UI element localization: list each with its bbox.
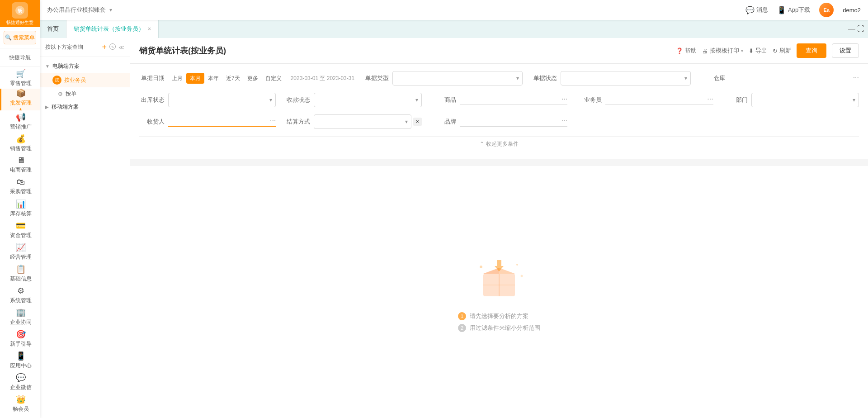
sidebar-item-marketing[interactable]: 📢 营销推广	[0, 110, 40, 132]
desktop-scheme-label[interactable]: ▼ 电脑端方案	[40, 60, 130, 73]
consignee-dots-button[interactable]: ···	[270, 117, 276, 124]
wechat-icon: 💬	[16, 373, 26, 383]
empty-state: 1 请先选择要分析的方案 2 用过滤条件来缩小分析范围	[130, 166, 868, 418]
sidebar-item-member[interactable]: 👑 畅会员	[0, 393, 40, 414]
brand-dots-button[interactable]: ···	[561, 117, 567, 124]
salesman-scheme-label: 按业务员	[64, 76, 86, 84]
consignee-input[interactable]	[168, 117, 270, 124]
newbie-icon: 🎯	[16, 329, 26, 339]
help-button[interactable]: ❓ 帮助	[676, 47, 697, 55]
tab-close-button[interactable]: ×	[148, 26, 151, 32]
collapse-filters-button[interactable]: ⌃ 收起更多条件	[480, 140, 518, 148]
edit-icon: ✎	[109, 43, 116, 50]
doc-type-select[interactable]	[392, 71, 523, 86]
doc-status-wrapper: ▾	[561, 71, 691, 86]
sidebar: 畅 畅捷通好生意 🔍 搜索菜单 快捷导航 🛒 零售管理 📦 批发管理 ▲ 📢 营…	[0, 0, 40, 418]
settings-button[interactable]: 设置	[832, 43, 859, 58]
brand-input[interactable]	[460, 117, 561, 124]
filter-goods: 商品 ···	[431, 95, 567, 105]
pay-status-label: 收款状态	[285, 96, 310, 104]
sidebar-item-finance[interactable]: 💳 资金管理	[0, 219, 40, 241]
top-header: 办公用品行业模拟账套 ▾ 💬 消息 📱 App下载 Ea demo2	[40, 0, 868, 20]
ecommerce-icon: 🖥	[17, 156, 25, 165]
sidebar-item-label: 基础信息	[10, 275, 32, 283]
appstore-icon: 📱	[16, 351, 26, 361]
salesman-scheme-item[interactable]: 按 按业务员	[40, 73, 130, 87]
search-icon: 🔍	[5, 34, 12, 41]
export-button[interactable]: ⬇ 导出	[749, 47, 767, 55]
tab-sales-stat[interactable]: 销货单统计表（按业务员） ×	[66, 20, 159, 38]
sidebar-item-appstore[interactable]: 📱 应用中心	[0, 349, 40, 371]
pay-status-select[interactable]	[314, 93, 421, 107]
query-button[interactable]: 查询	[797, 43, 826, 58]
sidebar-item-operations[interactable]: 📈 经营管理	[0, 241, 40, 262]
settlement-clear-button[interactable]: ×	[413, 118, 422, 126]
sidebar-item-system[interactable]: ⚙ 系统管理	[0, 284, 40, 306]
consignee-label: 收货人	[139, 118, 165, 126]
sidebar-item-label: 营销推广	[10, 123, 32, 131]
tab-minimize-button[interactable]: —	[848, 25, 855, 33]
dept-select[interactable]	[751, 93, 859, 107]
sidebar-item-wholesale[interactable]: 📦 批发管理 ▲	[0, 89, 40, 110]
add-scheme-button[interactable]: +	[102, 43, 107, 52]
sidebar-item-sales[interactable]: 💰 销售管理	[0, 132, 40, 154]
warehouse-input[interactable]	[729, 74, 853, 81]
sidebar-logo[interactable]: 畅 畅捷通好生意	[0, 0, 40, 27]
empty-step-1: 1 请先选择要分析的方案	[458, 312, 540, 320]
doc-status-select[interactable]	[561, 71, 691, 86]
search-menu-button[interactable]: 🔍 搜索菜单	[4, 31, 36, 44]
basic-icon: 📋	[16, 264, 26, 274]
dept-label: 部门	[722, 96, 748, 104]
date-more[interactable]: 更多	[244, 73, 262, 84]
salesman-dots-button[interactable]: ···	[707, 95, 713, 103]
sidebar-item-enterprise[interactable]: 🏢 企业协同	[0, 306, 40, 328]
app-download-button[interactable]: 📱 App下载	[777, 6, 810, 14]
purchase-icon: 🛍	[17, 177, 25, 187]
refresh-button[interactable]: ↻ 刷新	[773, 47, 791, 55]
date-last-month[interactable]: 上月	[168, 73, 186, 84]
sidebar-item-ecommerce[interactable]: 🖥 电商管理	[0, 154, 40, 176]
date-custom[interactable]: 自定义	[262, 73, 285, 84]
filter-doc-status: 单据状态 ▾	[532, 71, 691, 86]
out-status-select[interactable]	[168, 93, 276, 107]
brand-label: 品牌	[431, 118, 456, 126]
message-button[interactable]: 💬 消息	[745, 6, 768, 14]
avatar-text: Ea	[824, 7, 830, 13]
sidebar-item-label: 畅会员	[13, 405, 29, 413]
left-panel-title: 按以下方案查询	[45, 43, 83, 51]
svg-point-9	[521, 275, 523, 277]
sidebar-item-newbie[interactable]: 🎯 新手引导	[0, 328, 40, 349]
sidebar-item-inventory[interactable]: 📊 库存核算	[0, 197, 40, 219]
sidebar-item-basic[interactable]: 📋 基础信息	[0, 262, 40, 284]
print-button[interactable]: 🖨 按模板打印 ▾	[702, 47, 743, 55]
empty-illustration	[472, 249, 526, 303]
sidebar-item-retail[interactable]: 🛒 零售管理	[0, 67, 40, 89]
settlement-label: 结算方式	[285, 118, 310, 126]
finance-icon: 💳	[16, 221, 26, 231]
desktop-scheme-group: ▼ 电脑端方案 按 按业务员 ⚙ 按单	[40, 60, 130, 100]
collapse-bar: ⌃ 收起更多条件	[139, 136, 859, 152]
header-left: 办公用品行业模拟账套 ▾	[47, 6, 112, 14]
goods-input[interactable]	[460, 95, 561, 102]
sidebar-item-purchase[interactable]: 🛍 采购管理	[0, 176, 40, 197]
step-1-text: 请先选择要分析的方案	[470, 312, 528, 320]
salesman-input[interactable]	[605, 95, 707, 102]
tab-home[interactable]: 首页	[40, 20, 66, 38]
filter-brand: 品牌 ···	[431, 117, 567, 127]
goods-dots-button[interactable]: ···	[561, 95, 567, 103]
by-order-scheme-item[interactable]: ⚙ 按单	[40, 87, 130, 100]
date-this-year[interactable]: 本年	[204, 73, 222, 84]
inventory-icon: 📊	[16, 199, 26, 209]
settlement-select[interactable]	[314, 114, 411, 129]
user-avatar[interactable]: Ea	[819, 3, 834, 17]
tab-maximize-button[interactable]: ⛶	[857, 25, 864, 33]
quick-nav-button[interactable]: 快捷导航	[0, 50, 40, 65]
sidebar-item-wechat[interactable]: 💬 企业微信	[0, 371, 40, 393]
app-dropdown-button[interactable]: ▾	[109, 7, 112, 13]
date-this-month[interactable]: 本月	[186, 73, 204, 84]
date-last-7-days[interactable]: 近7天	[222, 73, 244, 84]
mobile-scheme-label[interactable]: ▶ 移动端方案	[40, 100, 130, 114]
warehouse-dots-button[interactable]: ···	[853, 74, 859, 81]
edit-scheme-button[interactable]: ✎	[109, 43, 116, 51]
collapse-panel-button[interactable]: ≪	[118, 44, 124, 51]
